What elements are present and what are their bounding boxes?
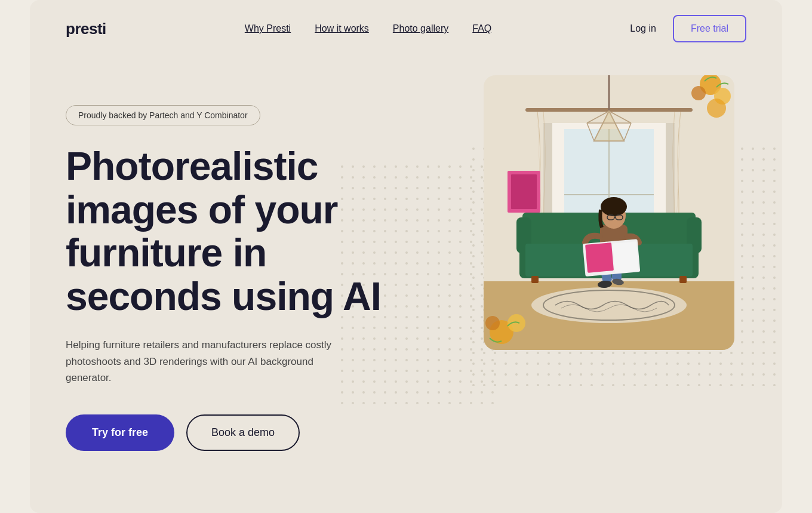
nav-item-photo-gallery[interactable]: Photo gallery (393, 23, 448, 34)
try-for-free-button[interactable]: Try for free (66, 414, 174, 451)
svg-rect-14 (511, 174, 537, 209)
nav-links: Why Presti How it works Photo gallery FA… (245, 23, 491, 34)
nav-item-faq[interactable]: FAQ (472, 23, 491, 34)
hero-subtitle: Helping furniture retailers and manufact… (66, 337, 352, 386)
svg-point-52 (508, 314, 525, 332)
logo: presti (66, 20, 106, 38)
svg-point-53 (485, 316, 500, 330)
svg-point-32 (601, 197, 627, 216)
hero-left: Proudly backed by Partech and Y Combinat… (66, 93, 424, 451)
hero-image-area (484, 75, 758, 362)
nav-link-photo-gallery[interactable]: Photo gallery (393, 23, 448, 33)
badge: Proudly backed by Partech and Y Combinat… (66, 105, 260, 125)
svg-rect-25 (679, 276, 687, 283)
nav-link-how-it-works[interactable]: How it works (315, 23, 369, 33)
nav-right: Log in Free trial (630, 15, 746, 42)
hero-title: Photorealistic images of your furniture … (66, 145, 424, 318)
book-demo-button[interactable]: Book a demo (186, 414, 300, 451)
inner-container: presti Why Presti How it works Photo gal… (30, 0, 782, 513)
nav-link-faq[interactable]: FAQ (472, 23, 491, 33)
svg-point-50 (707, 99, 726, 118)
svg-point-15 (531, 287, 687, 323)
svg-rect-37 (585, 242, 614, 273)
room-scene-svg (484, 75, 734, 350)
nav-link-why-presti[interactable]: Why Presti (245, 23, 291, 33)
page-wrapper: presti Why Presti How it works Photo gal… (0, 0, 812, 513)
nav-item-why-presti[interactable]: Why Presti (245, 23, 291, 34)
free-trial-button[interactable]: Free trial (673, 15, 746, 42)
nav-item-how-it-works[interactable]: How it works (315, 23, 369, 34)
svg-point-49 (691, 86, 706, 100)
svg-rect-38 (613, 241, 639, 273)
navbar: presti Why Presti How it works Photo gal… (30, 0, 782, 57)
login-link[interactable]: Log in (630, 23, 656, 34)
hero-buttons: Try for free Book a demo (66, 414, 424, 451)
hero-image (484, 75, 734, 350)
svg-rect-24 (531, 276, 539, 283)
hero-section: Proudly backed by Partech and Y Combinat… (30, 57, 782, 499)
